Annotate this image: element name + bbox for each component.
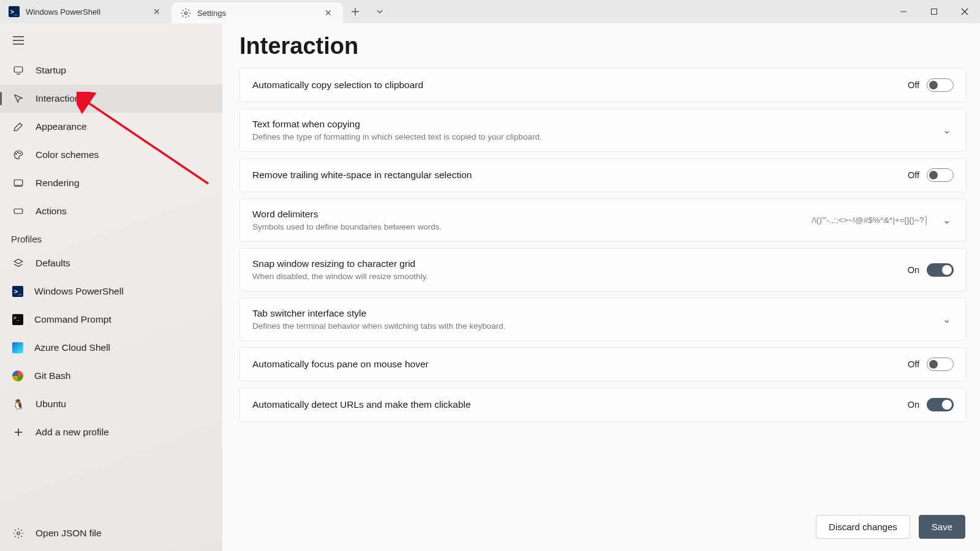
svg-marker-23	[14, 259, 23, 264]
setting-title: Snap window resizing to character grid	[252, 258, 908, 269]
svg-point-16	[20, 153, 21, 154]
setting-title: Remove trailing white-space in rectangul…	[252, 170, 908, 181]
svg-rect-19	[14, 209, 23, 214]
minimize-button[interactable]	[888, 0, 919, 23]
sidebar-profile-ubuntu[interactable]: 🐧 Ubuntu	[0, 390, 222, 418]
svg-rect-17	[14, 180, 23, 186]
profiles-header: Profiles	[0, 225, 222, 249]
page-title: Interaction	[222, 23, 980, 68]
toggle-state: Off	[908, 80, 919, 90]
toggle-state: Off	[908, 170, 919, 180]
display-icon	[12, 177, 24, 189]
sidebar-item-label: Color schemes	[36, 149, 99, 160]
toggle-state: On	[908, 265, 919, 275]
setting-text-format[interactable]: Text format when copying Defines the typ…	[239, 108, 967, 152]
azure-icon	[12, 342, 23, 353]
powershell-icon: >_	[9, 6, 20, 17]
chevron-down-icon[interactable]: ⌄	[939, 124, 954, 136]
svg-rect-12	[14, 67, 23, 72]
setting-desc: When disabled, the window will resize sm…	[252, 272, 908, 281]
sidebar-item-label: Open JSON file	[36, 528, 102, 539]
monitor-icon	[12, 64, 24, 77]
maximize-button[interactable]	[919, 0, 949, 23]
chevron-down-icon[interactable]: ⌄	[939, 313, 954, 325]
setting-title: Word delimiters	[252, 209, 812, 220]
window-controls	[888, 0, 980, 23]
setting-title: Automatically detect URLs and make them …	[252, 399, 908, 410]
sidebar-profile-gitbash[interactable]: Git Bash	[0, 362, 222, 390]
setting-title: Automatically copy selection to clipboar…	[252, 80, 908, 91]
setting-tab-switcher[interactable]: Tab switcher interface style Defines the…	[239, 298, 967, 341]
footer: Discard changes Save	[222, 505, 980, 551]
toggle-switch[interactable]	[927, 398, 954, 411]
tux-icon: 🐧	[12, 398, 24, 410]
settings-list[interactable]: Automatically copy selection to clipboar…	[222, 68, 980, 505]
git-icon	[12, 370, 23, 381]
palette-icon	[12, 149, 24, 161]
sidebar-item-label: Actions	[36, 206, 67, 217]
sidebar-item-label: Interaction	[36, 93, 80, 104]
sidebar-item-interaction[interactable]: Interaction	[0, 84, 222, 113]
sidebar-open-json[interactable]: Open JSON file	[0, 519, 222, 547]
sidebar-item-label: Rendering	[36, 178, 80, 189]
toggle-switch[interactable]	[927, 78, 954, 92]
toggle-switch[interactable]	[927, 168, 954, 182]
tab-settings[interactable]: Settings ✕	[172, 2, 343, 23]
discard-button[interactable]: Discard changes	[816, 515, 910, 539]
sidebar-item-label: Startup	[36, 65, 66, 76]
close-icon[interactable]: ✕	[148, 3, 165, 20]
tab-dropdown-button[interactable]	[368, 0, 392, 23]
sidebar-item-startup[interactable]: Startup	[0, 56, 222, 84]
sidebar-profile-powershell[interactable]: >_ Windows PowerShell	[0, 277, 222, 305]
sidebar-profile-cmd[interactable]: Command Prompt	[0, 305, 222, 334]
sidebar-item-label: Appearance	[36, 121, 87, 132]
setting-value: /\()"'-.,:;<>~!@#$%^&*|+=[]{}~?│	[812, 216, 929, 225]
close-icon[interactable]: ✕	[320, 4, 337, 21]
sidebar-item-appearance[interactable]: Appearance	[0, 113, 222, 141]
setting-remove-trailing[interactable]: Remove trailing white-space in rectangul…	[239, 158, 967, 192]
toggle-state: Off	[908, 359, 919, 369]
powershell-icon: >_	[12, 286, 23, 297]
sidebar-item-label: Git Bash	[34, 370, 70, 381]
setting-title: Tab switcher interface style	[252, 308, 939, 319]
toggle-switch[interactable]	[927, 263, 954, 277]
close-window-button[interactable]	[949, 0, 980, 23]
setting-title: Automatically focus pane on mouse hover	[252, 359, 908, 370]
hamburger-button[interactable]	[5, 27, 32, 54]
brush-icon	[12, 121, 24, 133]
gear-icon	[180, 7, 191, 18]
setting-desc: Defines the type of formatting in which …	[252, 132, 939, 141]
content: Interaction Automatically copy selection…	[222, 23, 980, 551]
tab-powershell[interactable]: >_ Windows PowerShell ✕	[0, 0, 172, 23]
sidebar-item-label: Defaults	[36, 258, 70, 269]
setting-auto-focus[interactable]: Automatically focus pane on mouse hover …	[239, 347, 967, 381]
setting-detect-urls[interactable]: Automatically detect URLs and make them …	[239, 388, 967, 422]
sidebar-profile-defaults[interactable]: Defaults	[0, 249, 222, 277]
save-button[interactable]: Save	[919, 515, 965, 539]
svg-point-14	[16, 154, 17, 155]
sidebar-item-color-schemes[interactable]: Color schemes	[0, 141, 222, 169]
sidebar-item-label: Ubuntu	[36, 399, 66, 410]
chevron-down-icon[interactable]: ⌄	[939, 214, 954, 226]
sidebar-item-label: Windows PowerShell	[34, 286, 124, 297]
setting-desc: Symbols used to define boundaries betwee…	[252, 222, 812, 231]
tab-label: Windows PowerShell	[26, 7, 142, 17]
keyboard-icon	[12, 205, 24, 217]
sidebar-item-actions[interactable]: Actions	[0, 197, 222, 225]
sidebar-item-label: Add a new profile	[36, 427, 109, 438]
svg-rect-6	[932, 9, 937, 15]
sidebar-item-rendering[interactable]: Rendering	[0, 169, 222, 197]
sidebar-item-label: Azure Cloud Shell	[34, 342, 110, 353]
toggle-state: On	[908, 400, 919, 410]
setting-word-delimiters[interactable]: Word delimiters Symbols used to define b…	[239, 198, 967, 242]
sidebar-profile-azure[interactable]: Azure Cloud Shell	[0, 334, 222, 362]
sidebar: Startup Interaction Appearance Color sch…	[0, 23, 222, 551]
new-tab-button[interactable]	[343, 0, 368, 23]
sidebar-item-label: Command Prompt	[34, 314, 111, 325]
cmd-icon	[12, 314, 23, 325]
sidebar-add-profile[interactable]: Add a new profile	[0, 418, 222, 446]
setting-snap-resize[interactable]: Snap window resizing to character grid W…	[239, 248, 967, 291]
setting-auto-copy[interactable]: Automatically copy selection to clipboar…	[239, 68, 967, 102]
plus-icon	[12, 426, 24, 438]
toggle-switch[interactable]	[927, 358, 954, 371]
